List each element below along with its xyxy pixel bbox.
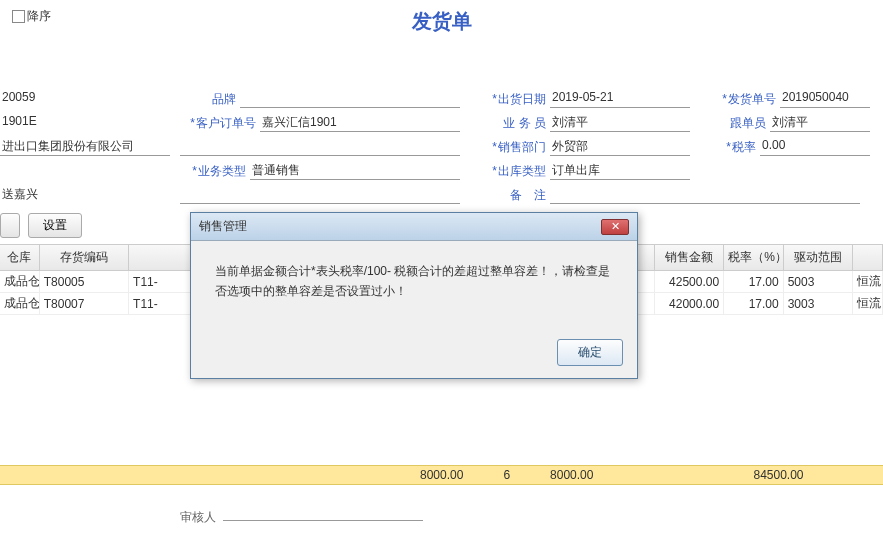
dialog-message: 当前单据金额合计*表头税率/100- 税额合计的差超过整单容差！，请检查是否选项… — [191, 241, 637, 331]
ok-button[interactable]: 确定 — [557, 339, 623, 366]
close-icon[interactable]: ✕ — [601, 219, 629, 235]
modal-overlay: 销售管理 ✕ 当前单据金额合计*表头税率/100- 税额合计的差超过整单容差！，… — [0, 0, 883, 542]
dialog-title: 销售管理 — [199, 218, 247, 235]
alert-dialog: 销售管理 ✕ 当前单据金额合计*表头税率/100- 税额合计的差超过整单容差！，… — [190, 212, 638, 379]
